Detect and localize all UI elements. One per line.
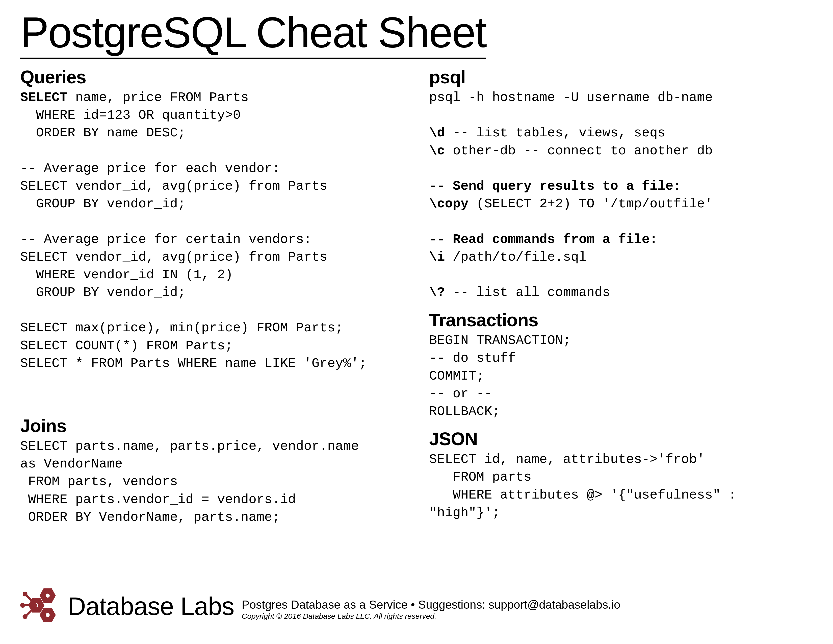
code-line: WHERE vendor_id IN (1, 2): [20, 267, 233, 282]
heading-transactions: Transactions: [429, 310, 813, 330]
footer-brand: Database Labs: [68, 592, 234, 621]
svg-point-6: [23, 591, 27, 596]
code-line: -- Read commands from a file:: [429, 232, 658, 247]
footer: Database Labs Postgres Database as a Ser…: [20, 586, 813, 626]
svg-point-8: [23, 614, 27, 619]
code-line: /path/to/file.sql: [445, 250, 587, 265]
footer-logo-block: Database Labs: [20, 586, 234, 626]
code-line: other-db -- connect to another db: [445, 143, 712, 158]
footer-copyright: Copyright © 2016 Database Labs LLC. All …: [242, 612, 621, 620]
content-columns: Queries SELECT name, price FROM Parts WH…: [20, 67, 813, 526]
svg-point-3: [46, 594, 50, 597]
code-line: psql -h hostname -U username db-name: [429, 90, 712, 105]
code-line: SELECT vendor_id, avg(price) from Parts: [20, 250, 327, 265]
code-line: WHERE attributes @> '{"usefulness" :: [429, 488, 737, 502]
code-line: SELECT max(price), min(price) FROM Parts…: [20, 320, 343, 335]
code-line: (SELECT 2+2) TO '/tmp/outfile': [468, 196, 712, 211]
code-line: name, price FROM Parts: [68, 90, 249, 105]
psql-cmd: \c: [429, 143, 445, 158]
code-line: SELECT id, name, attributes->'frob': [429, 452, 705, 467]
psql-cmd: \copy: [429, 196, 468, 211]
code-line: -- or --: [429, 386, 492, 401]
psql-cmd: \i: [429, 250, 445, 265]
code-line: -- do stuff: [429, 351, 516, 366]
code-line: WHERE parts.vendor_id = vendors.id: [20, 492, 296, 507]
svg-point-5: [46, 613, 50, 617]
footer-meta: Postgres Database as a Service • Suggest…: [242, 592, 621, 620]
code-line: FROM parts: [429, 470, 532, 485]
code-line: ROLLBACK;: [429, 404, 500, 419]
code-line: -- list all commands: [445, 285, 610, 300]
code-line: ORDER BY name DESC;: [20, 126, 185, 140]
code-line: SELECT COUNT(*) FROM Parts;: [20, 338, 233, 353]
psql-cmd: \?: [429, 285, 445, 300]
code-queries: SELECT name, price FROM Parts WHERE id=1…: [20, 89, 414, 372]
code-psql: psql -h hostname -U username db-name \d …: [429, 89, 813, 301]
page-title: PostgreSQL Cheat Sheet: [20, 8, 486, 59]
svg-point-7: [20, 603, 25, 608]
code-line: -- Send query results to a file:: [429, 179, 681, 194]
code-line: ORDER BY VendorName, parts.name;: [20, 510, 280, 525]
code-line: SELECT * FROM Parts WHERE name LIKE 'Gre…: [20, 356, 367, 371]
footer-tagline: Postgres Database as a Service • Suggest…: [242, 598, 621, 612]
code-joins: SELECT parts.name, parts.price, vendor.n…: [20, 438, 414, 526]
code-line: GROUP BY vendor_id;: [20, 285, 185, 300]
kw-select: SELECT: [20, 90, 68, 105]
code-line: WHERE id=123 OR quantity>0: [20, 108, 241, 123]
code-line: as VendorName: [20, 457, 123, 472]
code-line: GROUP BY vendor_id;: [20, 196, 185, 211]
code-line: "high"}';: [429, 506, 500, 520]
code-line: -- list tables, views, seqs: [445, 126, 666, 140]
heading-json: JSON: [429, 428, 813, 449]
psql-cmd: \d: [429, 126, 445, 140]
code-line: SELECT parts.name, parts.price, vendor.n…: [20, 439, 359, 454]
right-column: psql psql -h hostname -U username db-nam…: [429, 67, 813, 526]
code-line: -- Average price for each vendor:: [20, 161, 280, 176]
heading-joins: Joins: [20, 415, 414, 436]
code-line: SELECT vendor_id, avg(price) from Parts: [20, 179, 327, 194]
heading-psql: psql: [429, 67, 813, 87]
code-line: COMMIT;: [429, 369, 484, 384]
code-line: BEGIN TRANSACTION;: [429, 333, 571, 348]
code-json: SELECT id, name, attributes->'frob' FROM…: [429, 451, 813, 522]
code-transactions: BEGIN TRANSACTION; -- do stuff COMMIT; -…: [429, 332, 813, 420]
code-line: FROM parts, vendors: [20, 474, 178, 489]
left-column: Queries SELECT name, price FROM Parts WH…: [20, 67, 414, 526]
database-labs-logo-icon: [20, 586, 61, 626]
code-line: -- Average price for certain vendors:: [20, 232, 312, 247]
heading-queries: Queries: [20, 67, 414, 87]
